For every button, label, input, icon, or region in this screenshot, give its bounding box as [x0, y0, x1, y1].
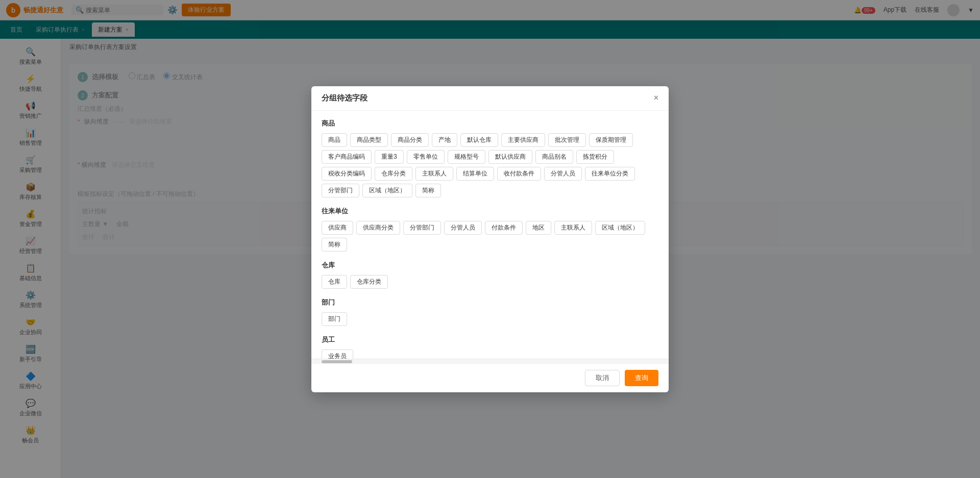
- field-tag-客户商品编码[interactable]: 客户商品编码: [322, 150, 372, 164]
- field-group-员工: 员工业务员: [322, 335, 658, 359]
- group-title: 商品: [322, 119, 658, 128]
- field-group-部门: 部门部门: [322, 298, 658, 326]
- field-tag-默认仓库[interactable]: 默认仓库: [460, 133, 498, 147]
- field-tag-部门[interactable]: 部门: [322, 312, 347, 326]
- field-tag-商品[interactable]: 商品: [322, 133, 347, 147]
- modal-horizontal-scrollbar[interactable]: [311, 359, 669, 363]
- field-tag-仓库分类[interactable]: 仓库分类: [375, 167, 412, 181]
- field-tag-主联系人[interactable]: 主联系人: [415, 167, 453, 181]
- field-select-modal: 分组待选字段 × 商品商品商品类型商品分类产地默认仓库主要供应商批次管理保质期管…: [311, 86, 669, 392]
- field-tags: 商品商品类型商品分类产地默认仓库主要供应商批次管理保质期管理客户商品编码重量3零…: [322, 133, 658, 197]
- group-title: 仓库: [322, 261, 658, 270]
- field-tags: 仓库仓库分类: [322, 275, 658, 289]
- field-tag-简称[interactable]: 简称: [322, 238, 347, 251]
- field-tag-规格型号[interactable]: 规格型号: [448, 150, 485, 164]
- field-tag-仓库[interactable]: 仓库: [322, 275, 347, 289]
- field-group-仓库: 仓库仓库仓库分类: [322, 261, 658, 289]
- modal-title: 分组待选字段: [322, 93, 368, 103]
- field-tag-区域（地区）[interactable]: 区域（地区）: [595, 221, 645, 235]
- group-title: 员工: [322, 335, 658, 344]
- group-title: 部门: [322, 298, 658, 307]
- field-tag-商品别名[interactable]: 商品别名: [535, 150, 573, 164]
- field-tags: 业务员: [322, 349, 658, 359]
- field-tag-付款条件[interactable]: 付款条件: [485, 221, 523, 235]
- field-tag-默认供应商[interactable]: 默认供应商: [488, 150, 532, 164]
- field-tags: 部门: [322, 312, 658, 326]
- field-group-商品: 商品商品商品类型商品分类产地默认仓库主要供应商批次管理保质期管理客户商品编码重量…: [322, 119, 658, 197]
- field-tag-仓库分类[interactable]: 仓库分类: [350, 275, 388, 289]
- cancel-button[interactable]: 取消: [585, 370, 620, 386]
- field-tag-结算单位[interactable]: 结算单位: [456, 167, 494, 181]
- field-tag-分管部门[interactable]: 分管部门: [403, 221, 441, 235]
- field-tag-区域（地区）[interactable]: 区域（地区）: [362, 184, 412, 197]
- field-tag-主联系人[interactable]: 主联系人: [554, 221, 592, 235]
- field-tag-分管人员[interactable]: 分管人员: [544, 167, 582, 181]
- field-tag-业务员[interactable]: 业务员: [322, 349, 353, 359]
- field-tag-往来单位分类[interactable]: 往来单位分类: [585, 167, 635, 181]
- field-tag-商品类型[interactable]: 商品类型: [350, 133, 388, 147]
- field-tag-产地[interactable]: 产地: [432, 133, 457, 147]
- field-tag-供应商分类[interactable]: 供应商分类: [356, 221, 400, 235]
- field-tags: 供应商供应商分类分管部门分管人员付款条件地区主联系人区域（地区）简称: [322, 221, 658, 251]
- field-tag-商品分类[interactable]: 商品分类: [391, 133, 429, 147]
- field-tag-地区[interactable]: 地区: [526, 221, 551, 235]
- field-tag-保质期管理[interactable]: 保质期管理: [589, 133, 633, 147]
- modal-header: 分组待选字段 ×: [311, 86, 669, 111]
- field-tag-分管人员[interactable]: 分管人员: [444, 221, 482, 235]
- field-group-往来单位: 往来单位供应商供应商分类分管部门分管人员付款条件地区主联系人区域（地区）简称: [322, 207, 658, 251]
- confirm-button[interactable]: 查询: [625, 370, 658, 386]
- field-tag-税收分类编码[interactable]: 税收分类编码: [322, 167, 372, 181]
- modal-footer: 取消 查询: [311, 363, 669, 392]
- modal-hscroll-thumb: [322, 360, 352, 363]
- field-tag-拣货积分[interactable]: 拣货积分: [576, 150, 614, 164]
- modal-body: 商品商品商品类型商品分类产地默认仓库主要供应商批次管理保质期管理客户商品编码重量…: [311, 111, 669, 359]
- group-title: 往来单位: [322, 207, 658, 216]
- field-tag-主要供应商[interactable]: 主要供应商: [501, 133, 545, 147]
- modal-overlay: 分组待选字段 × 商品商品商品类型商品分类产地默认仓库主要供应商批次管理保质期管…: [0, 0, 980, 478]
- field-tag-供应商[interactable]: 供应商: [322, 221, 353, 235]
- field-tag-重量3[interactable]: 重量3: [375, 150, 404, 164]
- field-tag-批次管理[interactable]: 批次管理: [548, 133, 586, 147]
- field-tag-收付款条件[interactable]: 收付款条件: [497, 167, 541, 181]
- field-tag-分管部门[interactable]: 分管部门: [322, 184, 359, 197]
- field-tag-简称[interactable]: 简称: [415, 184, 441, 197]
- modal-close-btn[interactable]: ×: [654, 93, 658, 103]
- field-tag-零售单位[interactable]: 零售单位: [407, 150, 445, 164]
